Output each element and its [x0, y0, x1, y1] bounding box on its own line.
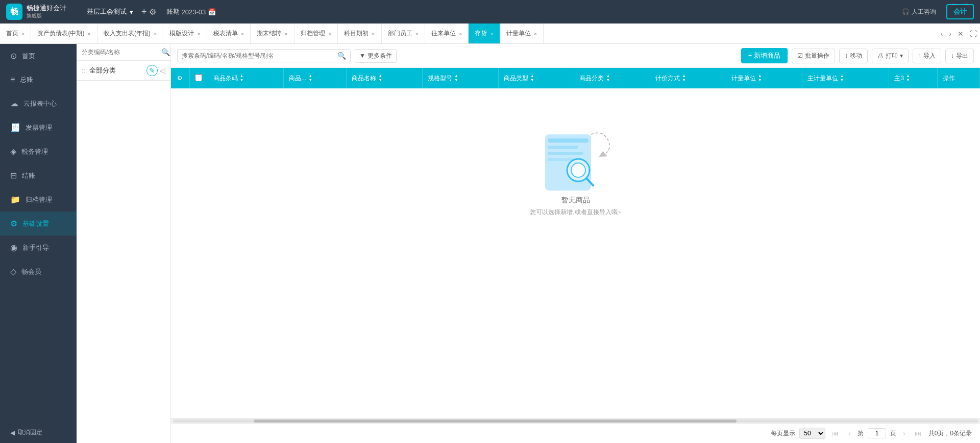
period-label: 账期 [166, 7, 180, 16]
tab-close-icon[interactable]: × [490, 31, 493, 37]
tab-close-icon[interactable]: × [284, 31, 287, 37]
empty-subtitle: 您可以选择新增,或者直接导入哦~ [530, 208, 621, 217]
move-button[interactable]: ↕ 移动 [839, 49, 868, 63]
cancel-fixed-button[interactable]: ◀ 取消固定 [0, 422, 77, 443]
import-button[interactable]: ↑ 导入 [913, 49, 941, 63]
tab-close-icon[interactable]: × [459, 31, 462, 37]
th-price-method-label: 计价方式 [655, 74, 680, 83]
toolbar: 🔍 ▼ 更多条件 + 新增商品 ☑ 批量操作 ↕ [171, 44, 980, 68]
tab-部门员工[interactable]: 部门员工× [382, 24, 425, 44]
more-filter-button[interactable]: ▼ 更多条件 [355, 49, 397, 63]
tab-close-icon[interactable]: × [197, 31, 200, 37]
category-collapse-button[interactable]: ◁ [160, 66, 165, 75]
th-main-unit[interactable]: 主计量单位 ▲▼ [802, 68, 889, 88]
svg-rect-4 [548, 158, 573, 161]
sidebar-item-畅会员[interactable]: ◇畅会员 [0, 260, 77, 284]
category-search-icon[interactable]: 🔍 [161, 48, 170, 56]
svg-rect-3 [548, 152, 583, 155]
print-button[interactable]: 🖨 打印 ▾ [872, 49, 909, 63]
tab-close-icon[interactable]: × [154, 31, 157, 37]
settings-icon[interactable]: ⚙ [149, 7, 156, 17]
tab-close-icon[interactable]: × [328, 31, 331, 37]
tabs-maximize[interactable]: ⛶ [967, 24, 980, 44]
sidebar-label-税务管理: 税务管理 [21, 147, 48, 156]
tab-往来单位[interactable]: 往来单位× [425, 24, 469, 44]
import-label: 导入 [923, 52, 936, 60]
tabs-scroll-right[interactable]: › [946, 24, 954, 44]
sidebar-item-新手引导[interactable]: ◉新手引导 [0, 236, 77, 260]
sidebar-label-结账: 结账 [22, 171, 35, 180]
first-page-button[interactable]: ⏮ [829, 428, 842, 438]
export-label: 导出 [956, 52, 968, 60]
sidebar-item-税务管理[interactable]: ◈税务管理 [0, 139, 77, 164]
sidebar-item-总账[interactable]: ≡总账 [0, 68, 77, 91]
tab-close-icon[interactable]: × [415, 31, 419, 37]
sidebar-item-基础设置[interactable]: ⚙基础设置 [0, 212, 77, 236]
product-search-icon[interactable]: 🔍 [337, 52, 346, 60]
category-edit-icon[interactable]: ✎ [146, 65, 158, 76]
th-spec[interactable]: 规格型号 ▲▼ [422, 68, 498, 88]
tab-资产负债表(中期)[interactable]: 资产负债表(中期)× [31, 24, 97, 44]
tab-close-icon[interactable]: × [21, 31, 24, 37]
tab-期末结转[interactable]: 期末结转× [251, 24, 294, 44]
tab-close-icon[interactable]: × [241, 31, 244, 37]
th-col3[interactable]: 主3 ▲▼ [889, 68, 938, 88]
calendar-icon[interactable]: 📅 [208, 8, 216, 16]
th-price-method[interactable]: 计价方式 ▲▼ [650, 68, 726, 88]
th-checkbox[interactable] [189, 68, 208, 88]
tab-label: 部门员工 [388, 29, 412, 38]
product-search-input[interactable] [182, 52, 334, 59]
page-number-input[interactable] [868, 428, 886, 438]
category-all-label[interactable]: 全部分类 [89, 66, 144, 75]
th-settings[interactable]: ⚙ [171, 68, 189, 88]
tabs-close-all[interactable]: ✕ [954, 24, 967, 44]
headset-icon: 🎧 [902, 8, 910, 15]
next-page-button[interactable]: › [900, 428, 908, 438]
th-barcode[interactable]: 商品条码 ▲▼ [208, 68, 284, 88]
filter-label: 更多条件 [368, 52, 392, 60]
company-selector[interactable]: 基层工会测试 ▾ [83, 5, 137, 18]
sidebar-item-首页[interactable]: ⊙首页 [0, 44, 77, 68]
th-code[interactable]: 商品... ▲▼ [284, 68, 347, 88]
top-header: 畅 畅捷通好会计 旗舰版 基层工会测试 ▾ + ⚙ 账期 2023-03 📅 🎧… [0, 0, 980, 24]
tab-税表清单[interactable]: 税表清单× [207, 24, 251, 44]
drag-handle-icon: :: [82, 67, 85, 74]
support-button[interactable]: 🎧 人工咨询 [898, 6, 940, 18]
tab-科目期初[interactable]: 科目期初× [338, 24, 381, 44]
per-page-select[interactable]: 50 100 200 [799, 428, 825, 439]
tabs-scroll-left[interactable]: ‹ [938, 24, 946, 44]
tab-close-icon[interactable]: × [534, 31, 537, 37]
select-all-checkbox[interactable] [195, 74, 202, 81]
tab-close-icon[interactable]: × [87, 31, 90, 37]
batch-operation-button[interactable]: ☑ 批量操作 [792, 49, 835, 63]
sidebar-item-发票管理[interactable]: 🧾发票管理 [0, 115, 77, 139]
sidebar-label-发票管理: 发票管理 [26, 123, 52, 132]
inner-layout: 🔍 :: 全部分类 ✎ ◁ 🔍 ▼ [77, 44, 980, 443]
scrollbar-thumb[interactable] [254, 419, 737, 423]
accounting-button[interactable]: 会计 [946, 4, 974, 19]
tab-归档管理[interactable]: 归档管理× [295, 24, 338, 44]
th-type[interactable]: 商品类型 ▲▼ [498, 68, 574, 88]
last-page-button[interactable]: ⏭ [912, 428, 924, 438]
tab-close-icon[interactable]: × [372, 31, 375, 37]
add-product-button[interactable]: + 新增商品 [741, 48, 788, 63]
category-search-input[interactable] [82, 49, 158, 56]
sidebar-item-归档管理[interactable]: 📁归档管理 [0, 188, 77, 212]
prev-page-button[interactable]: ‹ [846, 428, 853, 438]
tab-计量单位[interactable]: 计量单位× [500, 24, 544, 44]
sidebar-icon-畅会员: ◇ [10, 267, 16, 276]
sidebar-item-结账[interactable]: ⊟结账 [0, 164, 77, 188]
product-search-bar: 🔍 [177, 49, 351, 62]
th-category[interactable]: 商品分类 ▲▼ [574, 68, 650, 88]
th-name[interactable]: 商品名称 ▲▼ [347, 68, 423, 88]
horizontal-scrollbar[interactable] [171, 418, 980, 423]
th-unit[interactable]: 计量单位 ▲▼ [726, 68, 802, 88]
sidebar-label-新手引导: 新手引导 [22, 243, 49, 252]
tab-存货[interactable]: 存货× [469, 24, 500, 44]
tab-模版设计[interactable]: 模版设计× [163, 24, 207, 44]
tab-首页[interactable]: 首页× [0, 24, 31, 44]
tab-收入支出表(年报)[interactable]: 收入支出表(年报)× [97, 24, 163, 44]
sidebar-item-云报表中心[interactable]: ☁云报表中心 [0, 91, 77, 115]
add-tab-button[interactable]: + [141, 7, 147, 17]
export-button[interactable]: ↓ 导出 [945, 49, 974, 63]
